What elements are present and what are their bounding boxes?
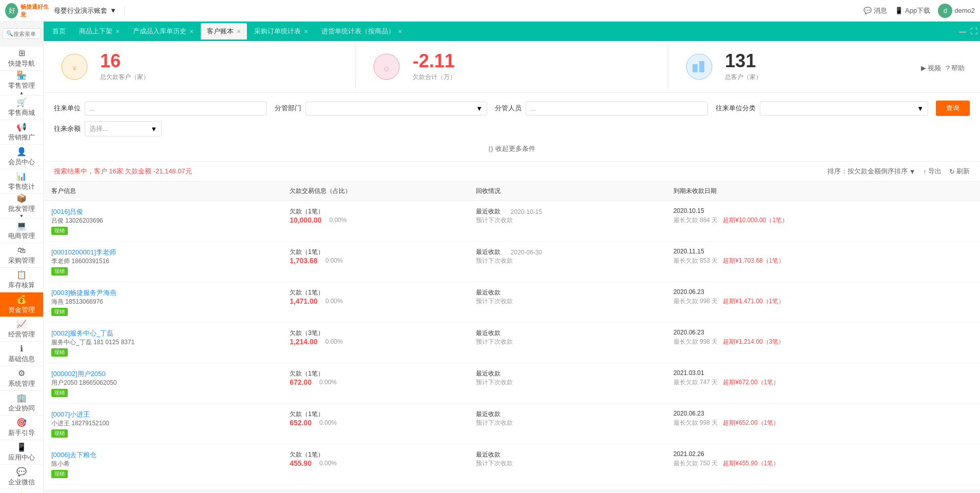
sidebar-label-retail-mall: 零售商城 [8, 108, 35, 117]
sidebar-item-capital[interactable]: 💰 资金管理 [0, 292, 43, 317]
debt-amount-4[interactable]: 672.00 [290, 378, 312, 386]
overdue-1[interactable]: 超期¥1,703.68（1笔） [723, 257, 784, 265]
message-btn[interactable]: 💬 消息 [863, 6, 887, 15]
inventory-icon: 📋 [16, 270, 27, 280]
overdue-2[interactable]: 超期¥1,471.00（1笔） [723, 297, 784, 306]
recovery-cell-4: 最近收款 预计下次收款 [468, 363, 666, 404]
manager-input[interactable]: ... [526, 102, 708, 115]
manager-label: 分管人员 [495, 104, 522, 113]
sidebar-item-retail-mall[interactable]: 🛒 零售商城 [0, 95, 43, 120]
overdue-4[interactable]: 超期¥672.00（1笔） [723, 378, 779, 387]
debt-amount-6[interactable]: 455.90 [290, 459, 312, 467]
sidebar-item-batch-manage[interactable]: 📦 批发管理 ▼ [0, 194, 43, 219]
debt-amount-3[interactable]: 1,214.00 [290, 338, 318, 346]
recent-date-0: 2020-10-15 [511, 208, 542, 215]
tab-expand-btn[interactable]: ⛶ [970, 27, 977, 35]
collapse-btn[interactable]: ⟨⟩ 收起更多条件 [54, 142, 970, 153]
sidebar-item-retail-stats[interactable]: 📊 零售统计 [0, 169, 43, 194]
table-row: [000001]黄思源 黄思源 13552700226 现销 欠款（1笔） 42… [44, 485, 980, 490]
customer-name-5[interactable]: [0007]小进王 [51, 410, 274, 419]
sidebar-item-marketing[interactable]: 📢 营销推广 [0, 120, 43, 145]
sidebar-item-app-center[interactable]: 📱 应用中心 [0, 440, 43, 465]
tab-close-purchase-stats[interactable]: ✕ [304, 29, 308, 34]
sidebar-item-sys-manage[interactable]: ⚙ 系统管理 [0, 366, 43, 391]
sort-control[interactable]: 排序：按欠款金额倒序排序 ▼ [828, 167, 916, 176]
customer-name-4[interactable]: [000002]用户2050 [51, 369, 274, 379]
app-label: App下载 [905, 6, 930, 15]
tab-product-listing[interactable]: 商品上下架 ✕ [73, 23, 126, 40]
debt-amount-2[interactable]: 1,471.00 [290, 297, 318, 305]
sidebar-item-purchase[interactable]: 🛍 采购管理 [0, 243, 43, 268]
tab-home[interactable]: 首页 [46, 23, 72, 40]
view-video-btn[interactable]: ▶ 视频 [921, 64, 941, 73]
debt-amount-1[interactable]: 1,703.68 [290, 257, 318, 265]
debt-amount-0[interactable]: 10,000.00 [290, 216, 321, 224]
customer-name-3[interactable]: [0002]服务中心_丁磊 [51, 329, 274, 338]
sidebar-item-member[interactable]: 👤 会员中心 [0, 145, 43, 169]
sidebar-item-ecom[interactable]: 💻 电商管理 [0, 219, 43, 243]
user-profile[interactable]: d demo2 [938, 4, 975, 18]
due-cell-3: 2020.06.23 最长欠款 998 天 超期¥1,214.00（3笔） [666, 323, 980, 363]
export-btn[interactable]: ↑ 导出 [924, 167, 942, 176]
sidebar-item-retail-manage[interactable]: 🏪 零售管理 ▲ [0, 71, 43, 95]
debt-amount-5[interactable]: 652.00 [290, 419, 312, 427]
due-cell-4: 2021.03.01 最长欠款 747 天 超期¥672.00（1笔） [666, 363, 980, 404]
debt-cell-6: 欠款（1笔） 455.90 0.00% [282, 444, 468, 485]
results-prefix: 搜索结果中，客户 [54, 167, 107, 175]
tab-close-customer-account[interactable]: ✕ [237, 29, 241, 34]
sidebar-item-guide[interactable]: 🎯 新手引导 [0, 416, 43, 440]
overdue-5[interactable]: 超期¥652.00（1笔） [723, 419, 779, 427]
customer-name-0[interactable]: [0016]吕俊 [51, 207, 274, 216]
sidebar-item-basic-info[interactable]: ℹ 基础信息 [0, 342, 43, 366]
sidebar-item-inventory[interactable]: 📋 库存核算 [0, 268, 43, 292]
tab-close-product-history[interactable]: ✕ [189, 29, 194, 34]
tab-close-incoming-stats[interactable]: ✕ [398, 29, 402, 34]
unit-category-label: 往来单位分类 [716, 104, 756, 113]
help-btn[interactable]: ? 帮助 [946, 64, 965, 73]
debt-customers-number: 16 [100, 52, 149, 70]
max-days-1: 最长欠款 853 天 [674, 257, 718, 265]
overdue-6[interactable]: 超期¥455.90（1笔） [723, 459, 779, 468]
tab-home-label: 首页 [52, 27, 66, 36]
search-button[interactable]: 查询 [936, 101, 970, 116]
debt-total-icon: ◇ [372, 51, 402, 82]
source-unit-input[interactable]: ... [85, 102, 267, 115]
search-icon: 🔍 [6, 30, 13, 37]
dept-select[interactable]: ▼ [305, 102, 488, 115]
filter-group-source-unit: 往来单位 ... [54, 102, 267, 115]
overdue-0[interactable]: 超期¥10,000.00（1笔） [723, 216, 788, 225]
enterprise-icon: 🏢 [16, 393, 27, 403]
view-label: 视频 [928, 64, 941, 73]
customer-cell-1: [00010200001]李老师 李老师 18600391516 现销 [44, 242, 282, 282]
customer-name-2[interactable]: [0003]畅捷服务尹海燕 [51, 288, 274, 298]
balance-select[interactable]: 选择... ▼ [85, 121, 162, 136]
sidebar-item-search[interactable]: 🔍 [0, 22, 43, 46]
sidebar-item-ops[interactable]: 📈 经营管理 [0, 317, 43, 342]
unit-category-select[interactable]: ▼ [760, 102, 929, 115]
debt-cell-4: 欠款（1笔） 672.00 0.00% [282, 363, 468, 404]
customer-name-1[interactable]: [00010200001]李老师 [51, 248, 274, 257]
tab-close-product-listing[interactable]: ✕ [116, 29, 120, 34]
tab-minus-btn[interactable]: — [959, 27, 966, 35]
sidebar-item-enterprise[interactable]: 🏢 企业协同 [0, 391, 43, 416]
customer-tag-5: 现销 [51, 429, 68, 438]
app-download-btn[interactable]: 📱 App下载 [895, 6, 930, 15]
refresh-btn[interactable]: ↻ 刷新 [949, 167, 970, 176]
overdue-3[interactable]: 超期¥1,214.00（3笔） [723, 338, 784, 346]
sidebar-item-quick-nav[interactable]: ⊞ 快捷导航 [0, 46, 43, 71]
user-name: demo2 [954, 7, 975, 14]
tab-incoming-stats[interactable]: 进货单统计表（按商品） ✕ [315, 23, 408, 40]
sidebar-search-input[interactable] [13, 31, 39, 37]
sidebar-item-enterprise-wechat[interactable]: 💬 企业微信 [0, 465, 43, 489]
store-selector[interactable]: 母婴行业演示账套 ▼ [49, 6, 125, 15]
tab-customer-account[interactable]: 客户账本 ✕ [201, 23, 247, 40]
tab-product-history[interactable]: 产成品入库单历史 ✕ [127, 23, 200, 40]
retail-manage-icon: 🏪 [16, 70, 27, 80]
due-date-2: 2020.06.23 [674, 288, 972, 295]
table-row: [00010200001]李老师 李老师 18600391516 现销 欠款（1… [44, 242, 980, 282]
tab-purchase-stats[interactable]: 采购订单统计表 ✕ [248, 23, 314, 40]
sidebar-item-vip[interactable]: ⭐ 畅会员 [0, 489, 43, 493]
table-row: [0016]吕俊 吕俊 13026203696 现销 欠款（1笔） 10,000… [44, 201, 980, 242]
customer-name-6[interactable]: [0006]去下粮仓 [51, 450, 274, 460]
customer-phone-3: 服务中心_丁磊 181 0125 8371 [51, 338, 274, 347]
